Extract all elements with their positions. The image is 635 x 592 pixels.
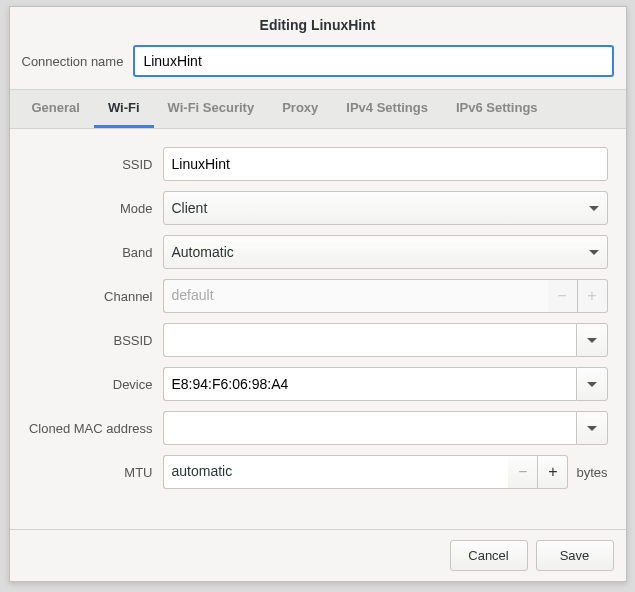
band-row: Band Automatic: [28, 235, 608, 269]
channel-plus-button: +: [578, 279, 608, 313]
tab-proxy[interactable]: Proxy: [268, 90, 332, 128]
caret-down-icon: [589, 206, 599, 211]
ssid-input[interactable]: [163, 147, 608, 181]
channel-minus-button: −: [548, 279, 578, 313]
connection-name-row: Connection name: [10, 45, 626, 89]
bssid-input[interactable]: [163, 323, 576, 357]
ssid-label: SSID: [28, 157, 163, 172]
dialog-window: Editing LinuxHint Connection name Genera…: [9, 6, 627, 582]
cloned-mac-dropdown-button[interactable]: [576, 411, 608, 445]
ssid-row: SSID: [28, 147, 608, 181]
caret-down-icon: [587, 426, 597, 431]
device-label: Device: [28, 377, 163, 392]
device-row: Device: [28, 367, 608, 401]
cancel-button[interactable]: Cancel: [450, 540, 528, 571]
connection-name-label: Connection name: [22, 54, 124, 69]
mtu-row: MTU automatic − + bytes: [28, 455, 608, 489]
tab-ipv6[interactable]: IPv6 Settings: [442, 90, 552, 128]
device-input[interactable]: [163, 367, 576, 401]
dialog-title: Editing LinuxHint: [10, 7, 626, 45]
band-label: Band: [28, 245, 163, 260]
tab-general[interactable]: General: [18, 90, 94, 128]
caret-down-icon: [589, 250, 599, 255]
mtu-minus-button[interactable]: −: [508, 455, 538, 489]
mode-value: Client: [172, 200, 208, 216]
form-area: SSID Mode Client Band Automatic Channel …: [10, 129, 626, 529]
bssid-label: BSSID: [28, 333, 163, 348]
tab-bar: General Wi-Fi Wi-Fi Security Proxy IPv4 …: [10, 89, 626, 129]
band-select[interactable]: Automatic: [163, 235, 608, 269]
device-dropdown-button[interactable]: [576, 367, 608, 401]
mtu-suffix: bytes: [568, 465, 607, 480]
mtu-label: MTU: [28, 465, 163, 480]
save-button[interactable]: Save: [536, 540, 614, 571]
bssid-row: BSSID: [28, 323, 608, 357]
caret-down-icon: [587, 382, 597, 387]
band-value: Automatic: [172, 244, 234, 260]
connection-name-input[interactable]: [133, 45, 613, 77]
cloned-mac-input[interactable]: [163, 411, 576, 445]
channel-row: Channel default − +: [28, 279, 608, 313]
tab-ipv4[interactable]: IPv4 Settings: [332, 90, 442, 128]
mode-row: Mode Client: [28, 191, 608, 225]
bssid-dropdown-button[interactable]: [576, 323, 608, 357]
mode-label: Mode: [28, 201, 163, 216]
cloned-mac-row: Cloned MAC address: [28, 411, 608, 445]
channel-label: Channel: [28, 289, 163, 304]
dialog-footer: Cancel Save: [10, 529, 626, 581]
channel-input: default: [163, 279, 548, 313]
mtu-input[interactable]: automatic: [163, 455, 509, 489]
cloned-mac-label: Cloned MAC address: [28, 421, 163, 436]
tab-wifi-security[interactable]: Wi-Fi Security: [154, 90, 269, 128]
caret-down-icon: [587, 338, 597, 343]
mode-select[interactable]: Client: [163, 191, 608, 225]
mtu-plus-button[interactable]: +: [538, 455, 568, 489]
tab-wifi[interactable]: Wi-Fi: [94, 90, 154, 128]
